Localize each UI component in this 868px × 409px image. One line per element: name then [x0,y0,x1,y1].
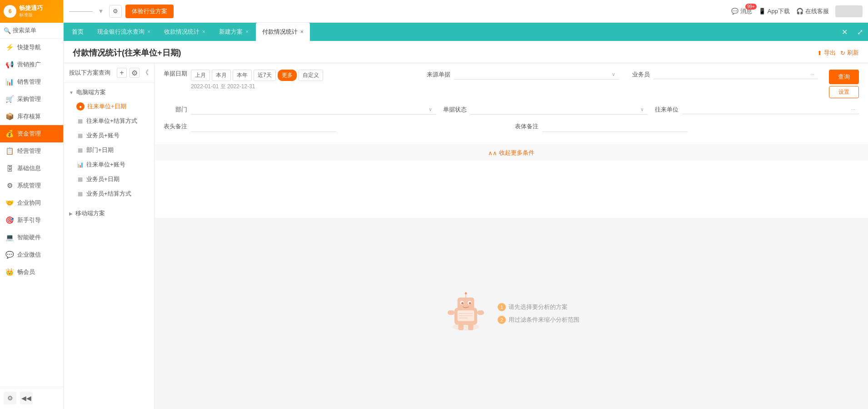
sidebar: 6 畅捷通巧 标准版 🔍 搜索菜单 ⚡ 快捷导航 📢 营销推广 📊 销售管理 🛒… [0,0,64,409]
scheme-item-partner-date[interactable]: ● 往来单位+日期 [64,99,154,114]
breadcrumb-dropdown[interactable]: ▼ [96,8,105,15]
empty-content: 1 请先选择要分析的方案 2 用过滤条件来缩小分析范围 [443,291,579,336]
source-select[interactable]: ∨ [454,70,619,80]
tab-bank-flow-close[interactable]: × [147,29,150,35]
date-control: 上月 本月 本年 近7天 更多 自定义 2022-01-01 至 2022-12… [191,70,323,91]
scheme-item-partner-account[interactable]: 📊 往来单位+账号 [64,157,154,172]
sales-icon: 📊 [5,78,14,86]
msg-badge: 99+ [745,4,757,10]
scheme-item-staff-settle[interactable]: ▦ 业务员+结算方式 [64,187,154,201]
tab-home-label: 首页 [72,28,84,36]
dept-label: 部门 [164,106,187,114]
setting-btn[interactable]: 设置 [829,86,859,98]
trial-btn[interactable]: 体验行业方案 [125,5,174,18]
partner-field: 往来单位 ··· [655,105,859,114]
date-btn-more[interactable]: 更多 [278,70,297,81]
scheme-desktop-group-header[interactable]: ▼ 电脑端方案 [64,86,154,99]
scheme-item-staff-date[interactable]: ▦ 业务员+日期 [64,172,154,187]
logo-icon: 6 [4,5,16,18]
collapse-more-btn[interactable]: ∧∧ 收起更多条件 [155,145,868,161]
sidebar-item-sales[interactable]: 📊 销售管理 [0,73,63,91]
svg-rect-12 [458,324,464,330]
date-btn-this-month[interactable]: 本月 [212,70,231,81]
tab-payment-stats[interactable]: 付款情况统计 × [256,23,310,41]
sidebar-nav: ⚡ 快捷导航 📢 营销推广 📊 销售管理 🛒 采购管理 📦 库存核算 💰 资金管… [0,39,63,387]
avatar [835,5,863,17]
svg-rect-9 [448,310,454,315]
sidebar-item-label: 经营管理 [17,147,41,155]
export-btn[interactable]: ⬆ 导出 [817,49,836,57]
footer-settings-btn[interactable]: ⚙ [4,392,16,404]
tab-receipt-stats-close[interactable]: × [202,29,205,35]
sidebar-item-guide[interactable]: 🎯 新手引导 [0,212,63,229]
guide-icon: 🎯 [5,216,14,224]
sidebar-item-quick-nav[interactable]: ⚡ 快捷导航 [0,39,63,56]
date-btn-last-month[interactable]: 上月 [191,70,210,81]
sidebar-item-purchase[interactable]: 🛒 采购管理 [0,91,63,108]
staff-select[interactable]: ··· [653,70,818,79]
data-area: 1 请先选择要分析的方案 2 用过滤条件来缩小分析范围 [155,218,868,409]
topbar: ———— ▼ ⚙ 体验行业方案 💬 消息 99+ 📱 App下载 🎧 在线客服 [64,0,868,23]
partner-select[interactable]: ··· [682,105,859,114]
footer-collapse-btn[interactable]: ◀◀ [20,392,33,404]
service-label: 在线客服 [805,7,829,15]
chevron-down-icon: ∨ [612,71,615,77]
topbar-app-btn[interactable]: 📱 App下载 [758,7,790,15]
sidebar-item-operation[interactable]: 📋 经营管理 [0,142,63,160]
dept-select[interactable]: ∨ [191,105,436,115]
topbar-breadcrumb: ———— [69,8,93,15]
query-btn[interactable]: 查询 [829,70,859,84]
tab-bank-flow[interactable]: 现金银行流水查询 × [91,23,157,41]
sidebar-item-label: 系统管理 [17,182,41,190]
sidebar-item-marketing[interactable]: 📢 营销推广 [0,56,63,73]
scheme-item-partner-settle[interactable]: ▦ 往来单位+结算方式 [64,114,154,128]
scheme-panel-title: 按以下方案查询 [69,69,110,77]
tab-new-scheme[interactable]: 新建方案 × [213,23,255,41]
topbar-msg-btn[interactable]: 💬 消息 99+ [731,7,752,15]
tab-new-scheme-close[interactable]: × [245,29,249,35]
scheme-item-staff-account[interactable]: ▦ 业务员+账号 [64,128,154,143]
header-note-input[interactable] [191,121,336,132]
cooperation-icon: 🤝 [5,199,14,207]
sidebar-item-inventory[interactable]: 📦 库存核算 [0,108,63,125]
sidebar-edition: 标准版 [19,12,43,18]
sidebar-item-smart-hw[interactable]: 💻 智能硬件 [0,229,63,246]
date-btn-this-year[interactable]: 本年 [233,70,252,81]
sidebar-item-capital[interactable]: 💰 资金管理 [0,125,63,142]
sidebar-item-label: 采购管理 [17,95,41,103]
topbar-gear-btn[interactable]: ⚙ [109,5,122,18]
export-label: 导出 [824,49,836,57]
table-icon: ▦ [76,117,84,125]
voucher-status-select[interactable]: ∨ [470,105,647,115]
tab-home[interactable]: 首页 [65,23,90,41]
sidebar-item-label: 库存核算 [17,112,41,121]
sidebar-item-basic-info[interactable]: 🗄 基础信息 [0,160,63,177]
sidebar-item-member[interactable]: 👑 畅会员 [0,263,63,281]
topbar-right: 💬 消息 99+ 📱 App下载 🎧 在线客服 [731,5,863,17]
scheme-add-btn[interactable]: + [117,68,127,78]
sidebar-item-cooperation[interactable]: 🤝 企业协同 [0,194,63,212]
topbar-service-btn[interactable]: 🎧 在线客服 [796,7,829,15]
table-icon: ▦ [76,132,84,139]
sidebar-search[interactable]: 🔍 搜索菜单 [0,23,63,39]
sidebar-item-system[interactable]: ⚙ 系统管理 [0,177,63,194]
scheme-item-dept-date[interactable]: ▦ 部门+日期 [64,143,154,157]
tab-payment-stats-close[interactable]: × [300,29,304,35]
body-note-input[interactable] [542,121,688,132]
page-header: 付款情况统计(往来单位+日期) ⬆ 导出 ↻ 刷新 [64,41,868,63]
date-btn-last-7days[interactable]: 近7天 [254,70,276,81]
refresh-btn[interactable]: ↻ 刷新 [840,49,859,57]
tab-receipt-stats[interactable]: 收款情况统计 × [158,23,212,41]
tabbar-expand-btn[interactable]: ⤢ [853,25,866,38]
date-btn-custom[interactable]: 自定义 [299,70,323,81]
scheme-mobile-group-header[interactable]: ▶ 移动端方案 [64,207,154,220]
page-title: 付款情况统计(往来单位+日期) [73,47,181,58]
scheme-collapse-btn[interactable]: 《 [142,69,149,77]
filter-row-3: 表头备注 表体备注 [164,121,859,132]
header-note-label: 表头备注 [164,122,187,131]
sidebar-item-wechat[interactable]: 💬 企业微信 [0,246,63,263]
scheme-settings-btn[interactable]: ⚙ [130,68,140,78]
scheme-item-label: 业务员+结算方式 [86,190,131,198]
page-content: 付款情况统计(往来单位+日期) ⬆ 导出 ↻ 刷新 按以下方案查询 + [64,41,868,409]
tabbar-close-all-btn[interactable]: ✕ [838,25,851,38]
